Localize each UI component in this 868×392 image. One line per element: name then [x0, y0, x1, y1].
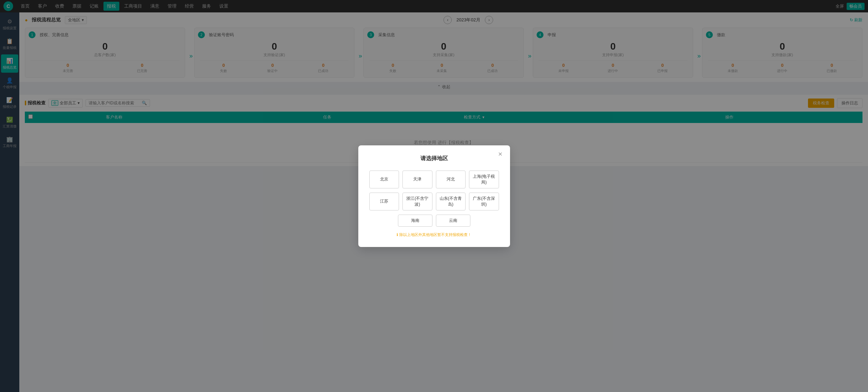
- region-row-3: 海南 云南: [369, 215, 499, 227]
- region-btn-jiangsu[interactable]: 江苏: [369, 193, 399, 210]
- modal-title: 请选择地区: [369, 155, 499, 162]
- region-row-1: 北京 天津 河北 上海(电子税局): [369, 171, 499, 188]
- region-btn-zhejiang[interactable]: 浙江(不含宁波): [402, 193, 432, 210]
- region-btn-beijing[interactable]: 北京: [369, 171, 399, 188]
- warning-icon: ℹ: [397, 233, 398, 237]
- region-btn-shanghai[interactable]: 上海(电子税局): [469, 171, 499, 188]
- region-btn-hebei[interactable]: 河北: [436, 171, 466, 188]
- modal-overlay[interactable]: ✕ 请选择地区 北京 天津 河北 上海(电子税局) 江苏 浙江(不含宁波) 山东…: [0, 0, 868, 392]
- region-btn-tianjin[interactable]: 天津: [402, 171, 432, 188]
- region-btn-hainan[interactable]: 海南: [398, 215, 432, 227]
- region-select-modal: ✕ 请选择地区 北京 天津 河北 上海(电子税局) 江苏 浙江(不含宁波) 山东…: [358, 145, 510, 247]
- region-btn-guangdong[interactable]: 广东(不含深圳): [469, 193, 499, 210]
- modal-warning: ℹ 除以上地区外其他地区暂不支持报税检查！: [369, 232, 499, 237]
- region-btn-shandong[interactable]: 山东(不含青岛): [436, 193, 466, 210]
- region-row-2: 江苏 浙江(不含宁波) 山东(不含青岛) 广东(不含深圳): [369, 193, 499, 210]
- region-btn-yunnan[interactable]: 云南: [436, 215, 470, 227]
- modal-close-btn[interactable]: ✕: [496, 150, 505, 158]
